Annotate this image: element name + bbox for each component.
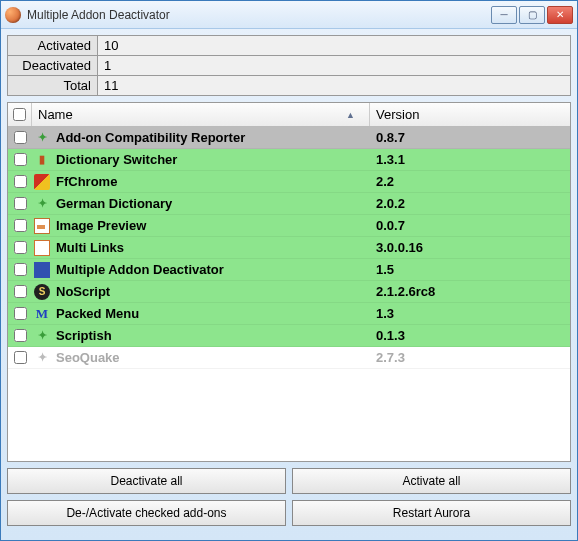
addon-version: 1.3.1	[370, 152, 570, 167]
addon-name: Multi Links	[56, 240, 124, 255]
addon-name: German Dictionary	[56, 196, 172, 211]
maximize-button[interactable]: ▢	[519, 6, 545, 24]
stats-row-activated: Activated 10	[8, 36, 571, 56]
row-name-cell: ▮Dictionary Switcher	[32, 152, 370, 168]
row-name-cell: Multi Links	[32, 240, 370, 256]
close-button[interactable]: ✕	[547, 6, 573, 24]
row-checkbox-cell	[8, 263, 32, 276]
table-row[interactable]: Multi Links3.0.0.16	[8, 237, 570, 259]
header-name[interactable]: Name ▲	[32, 103, 370, 126]
addon-version: 2.2	[370, 174, 570, 189]
content-area: Activated 10 Deactivated 1 Total 11 Name…	[1, 29, 577, 532]
stats-value-total: 11	[98, 76, 571, 96]
minimize-button[interactable]: ─	[491, 6, 517, 24]
puzzle-icon: ✦	[34, 196, 50, 212]
table-row[interactable]: ✦German Dictionary2.0.2	[8, 193, 570, 215]
select-all-checkbox[interactable]	[13, 108, 26, 121]
row-checkbox-cell	[8, 131, 32, 144]
addon-version: 0.8.7	[370, 130, 570, 145]
puzzle-icon: ✦	[34, 328, 50, 344]
row-name-cell: ✦SeoQuake	[32, 350, 370, 366]
row-name-cell: ✦Scriptish	[32, 328, 370, 344]
header-version[interactable]: Version	[370, 103, 570, 126]
row-checkbox-cell	[8, 153, 32, 166]
toggle-checked-button[interactable]: De-/Activate checked add-ons	[7, 500, 286, 526]
row-name-cell: Multiple Addon Deactivator	[32, 262, 370, 278]
row-checkbox[interactable]	[14, 263, 27, 276]
row-checkbox[interactable]	[14, 329, 27, 342]
stats-row-deactivated: Deactivated 1	[8, 56, 571, 76]
addon-version: 1.5	[370, 262, 570, 277]
table-row[interactable]: ▮Dictionary Switcher1.3.1	[8, 149, 570, 171]
addon-version: 3.0.0.16	[370, 240, 570, 255]
table-row[interactable]: Multiple Addon Deactivator1.5	[8, 259, 570, 281]
mad-icon	[34, 262, 50, 278]
row-checkbox-cell	[8, 219, 32, 232]
row-name-cell: Image Preview	[32, 218, 370, 234]
row-checkbox-cell	[8, 307, 32, 320]
restart-button[interactable]: Restart Aurora	[292, 500, 571, 526]
addon-name: Multiple Addon Deactivator	[56, 262, 224, 277]
addon-name: Add-on Compatibility Reporter	[56, 130, 245, 145]
table-row[interactable]: ✦Scriptish0.1.3	[8, 325, 570, 347]
window-title: Multiple Addon Deactivator	[27, 8, 491, 22]
row-checkbox[interactable]	[14, 241, 27, 254]
window-controls: ─ ▢ ✕	[491, 6, 573, 24]
row-checkbox-cell	[8, 175, 32, 188]
addon-name: NoScript	[56, 284, 110, 299]
row-name-cell: ✦Add-on Compatibility Reporter	[32, 130, 370, 146]
row-checkbox-cell	[8, 241, 32, 254]
row-checkbox[interactable]	[14, 219, 27, 232]
stats-label-activated: Activated	[8, 36, 98, 56]
stats-value-deactivated: 1	[98, 56, 571, 76]
deactivate-all-button[interactable]: Deactivate all	[7, 468, 286, 494]
row-checkbox-cell	[8, 197, 32, 210]
titlebar[interactable]: Multiple Addon Deactivator ─ ▢ ✕	[1, 1, 577, 29]
stats-value-activated: 10	[98, 36, 571, 56]
list-header: Name ▲ Version	[8, 103, 570, 127]
stats-label-deactivated: Deactivated	[8, 56, 98, 76]
row-name-cell: FfChrome	[32, 174, 370, 190]
addon-version: 2.7.3	[370, 350, 570, 365]
header-checkbox-cell	[8, 103, 32, 126]
row-checkbox[interactable]	[14, 131, 27, 144]
image-icon	[34, 218, 50, 234]
addon-version: 2.0.2	[370, 196, 570, 211]
addon-name: FfChrome	[56, 174, 117, 189]
packed-menu-icon: M	[34, 306, 50, 322]
stats-label-total: Total	[8, 76, 98, 96]
row-checkbox-cell	[8, 329, 32, 342]
row-checkbox[interactable]	[14, 175, 27, 188]
addon-name: SeoQuake	[56, 350, 120, 365]
puzzle-icon: ✦	[34, 350, 50, 366]
ffchrome-icon	[34, 174, 50, 190]
app-icon	[5, 7, 21, 23]
addon-name: Image Preview	[56, 218, 146, 233]
table-row[interactable]: MPacked Menu1.3	[8, 303, 570, 325]
addon-name: Packed Menu	[56, 306, 139, 321]
row-name-cell: MPacked Menu	[32, 306, 370, 322]
row-checkbox[interactable]	[14, 153, 27, 166]
row-checkbox[interactable]	[14, 351, 27, 364]
table-row[interactable]: FfChrome2.2	[8, 171, 570, 193]
addon-version: 1.3	[370, 306, 570, 321]
app-window: Multiple Addon Deactivator ─ ▢ ✕ Activat…	[0, 0, 578, 541]
addon-name: Scriptish	[56, 328, 112, 343]
row-name-cell: ✦German Dictionary	[32, 196, 370, 212]
puzzle-icon: ✦	[34, 130, 50, 146]
table-row[interactable]: ✦SeoQuake2.7.3	[8, 347, 570, 369]
row-checkbox[interactable]	[14, 307, 27, 320]
table-row[interactable]: Image Preview0.0.7	[8, 215, 570, 237]
row-name-cell: SNoScript	[32, 284, 370, 300]
multilinks-icon	[34, 240, 50, 256]
row-checkbox-cell	[8, 285, 32, 298]
stats-table: Activated 10 Deactivated 1 Total 11	[7, 35, 571, 96]
table-row[interactable]: SNoScript2.1.2.6rc8	[8, 281, 570, 303]
stats-row-total: Total 11	[8, 76, 571, 96]
activate-all-button[interactable]: Activate all	[292, 468, 571, 494]
list-body: ✦Add-on Compatibility Reporter0.8.7▮Dict…	[8, 127, 570, 369]
table-row[interactable]: ✦Add-on Compatibility Reporter0.8.7	[8, 127, 570, 149]
row-checkbox[interactable]	[14, 285, 27, 298]
row-checkbox[interactable]	[14, 197, 27, 210]
addon-name: Dictionary Switcher	[56, 152, 177, 167]
